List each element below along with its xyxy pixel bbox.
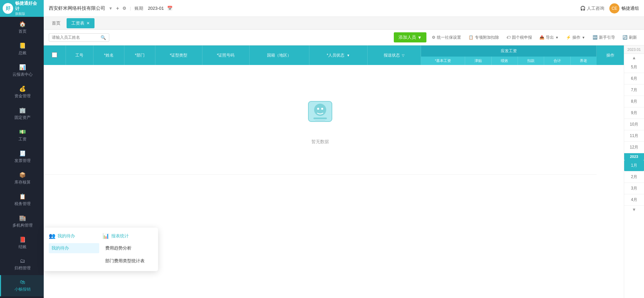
- sidebar-label-home: 首页: [18, 29, 27, 34]
- closing-icon: 📕: [19, 236, 26, 243]
- toolbar-right: 添加人员 ▼ ⚙ 统一社保设置 📋 专项附加扣除 🏷 固个税申报 📤 导出 ▼: [394, 32, 639, 42]
- tab-close-icon[interactable]: ✕: [86, 21, 90, 26]
- empty-state-cell: 暂无数据: [44, 65, 597, 175]
- consult-btn[interactable]: 🎧 人工咨询: [580, 5, 604, 11]
- sidebar-item-inventory[interactable]: 📦 库存核算: [0, 168, 44, 189]
- guide-btn[interactable]: 🆕 新手引导: [591, 33, 617, 42]
- header-right: 🎧 人工咨询 CE 畅捷通组: [580, 3, 639, 13]
- sidebar-item-closing[interactable]: 📕 结账: [0, 232, 44, 254]
- sidebar-item-tax[interactable]: 📋 税务管理: [0, 189, 44, 211]
- person-status-filter-icon[interactable]: ▼: [347, 54, 350, 57]
- company-name: 西安虾米网络科技有限公司: [49, 5, 105, 11]
- svg-rect-4: [313, 118, 327, 119]
- th-id-type: *证型类型: [155, 45, 202, 65]
- timeline-month-10[interactable]: 10月: [624, 119, 644, 130]
- sidebar-item-assets[interactable]: 🏢 固定资产: [0, 103, 44, 125]
- th-deduction: 扣款: [518, 57, 544, 65]
- social-security-label: 统一社保设置: [437, 35, 461, 40]
- submenu-item-dept-expense[interactable]: 部门费用类型统计表: [103, 256, 153, 266]
- timeline-month-2023-2[interactable]: 2月: [624, 171, 644, 183]
- export-btn[interactable]: 📤 导出 ▼: [537, 33, 561, 42]
- timeline-month-6[interactable]: 6月: [624, 73, 644, 85]
- svg-rect-5: [315, 121, 325, 122]
- th-name: *姓名: [93, 45, 124, 65]
- sidebar-nav: 🏠 首页 📒 总账 📊 云报表中心 💰 资金管理 🏢 固定资产 💵 工资 🧾 发…: [0, 17, 44, 298]
- search-box: 🔍: [49, 33, 109, 42]
- operation-dropdown-icon: ▼: [582, 36, 585, 39]
- page-header: 西安虾米网络科技有限公司 ▼ + ⚙ | 账期 2023-01 📅 🎧 人工咨询…: [44, 0, 644, 17]
- sidebar-item-settings[interactable]: ⚙️ 基础设置: [0, 296, 44, 298]
- finance-icon: 💰: [19, 86, 26, 92]
- timeline-nav-down[interactable]: ▼: [624, 206, 644, 213]
- submenu-item-expense-trend[interactable]: 费用趋势分析: [103, 243, 153, 253]
- tab-payroll[interactable]: 工资表 ✕: [67, 18, 94, 28]
- sidebar-item-expense[interactable]: 🛍 小畅报销: [0, 275, 44, 296]
- submenu-col-todo: 👥 我的待办 我的待办: [49, 233, 99, 266]
- sidebar-item-invoice[interactable]: 🧾 发票管理: [0, 146, 44, 168]
- th-total: 合计: [544, 57, 570, 65]
- calendar-icon[interactable]: 📅: [167, 6, 173, 11]
- special-deduction-btn[interactable]: 📋 专项附加扣除: [466, 33, 501, 42]
- social-security-icon: ⚙: [432, 35, 435, 40]
- sidebar-item-cloud-reports[interactable]: 📊 云报表中心: [0, 60, 44, 81]
- th-dept: *部门: [124, 45, 155, 65]
- settings-gear-icon[interactable]: ⚙: [122, 6, 126, 11]
- empty-state-icon: [303, 95, 337, 134]
- timeline-year-2023: 2023: [624, 153, 644, 160]
- reports-section-icon: 📊: [103, 233, 109, 239]
- timeline-nav-up[interactable]: ▲: [624, 54, 644, 62]
- sidebar-item-archive[interactable]: 🗂 归档管理: [0, 254, 44, 275]
- multi-branch-icon: 🏬: [19, 215, 26, 221]
- social-security-btn[interactable]: ⚙ 统一社保设置: [430, 33, 463, 42]
- sidebar-label-assets: 固定资产: [14, 115, 31, 121]
- user-area: CE 畅捷通组: [609, 3, 639, 13]
- consult-label: 人工咨询: [587, 5, 604, 11]
- special-deduction-label: 专项附加扣除: [475, 35, 499, 40]
- search-input[interactable]: [52, 35, 99, 40]
- sidebar-item-ledger[interactable]: 📒 总账: [0, 38, 44, 60]
- submenu-col-reports: 📊 报表统计 费用趋势分析 部门费用类型统计表: [103, 233, 153, 266]
- sidebar-item-finance[interactable]: 💰 资金管理: [0, 81, 44, 103]
- timeline-month-5[interactable]: 5月: [624, 62, 644, 73]
- tax-icon: 📋: [19, 193, 26, 200]
- add-person-button[interactable]: 添加人员 ▼: [394, 32, 426, 42]
- sidebar-item-home[interactable]: 🏠 首页: [0, 17, 44, 38]
- ledger-icon: 📒: [19, 42, 26, 49]
- timeline-month-2023-1[interactable]: 1月: [624, 160, 644, 171]
- timeline-month-11[interactable]: 11月: [624, 130, 644, 142]
- tab-bar: 首页 工资表 ✕: [44, 17, 644, 30]
- report-status-filter-icon[interactable]: ▽: [402, 54, 405, 57]
- empty-row: 暂无数据: [44, 65, 624, 175]
- timeline-month-8[interactable]: 8月: [624, 96, 644, 107]
- export-label: 导出: [546, 35, 554, 40]
- tax-report-btn[interactable]: 🏷 固个税申报: [504, 33, 534, 42]
- add-company-btn[interactable]: +: [116, 5, 119, 11]
- timeline-month-9[interactable]: 9月: [624, 107, 644, 119]
- sidebar-label-tax: 税务管理: [14, 201, 31, 207]
- sidebar-item-payroll[interactable]: 💵 工资: [0, 125, 44, 146]
- search-icon[interactable]: 🔍: [101, 35, 106, 40]
- sidebar-label-multi-branch: 多机构管理: [12, 223, 33, 228]
- th-person-status: *人员状态 ▼: [309, 45, 368, 65]
- sidebar-item-multi-branch[interactable]: 🏬 多机构管理: [0, 211, 44, 232]
- guide-icon: 🆕: [593, 35, 598, 40]
- timeline-month-7[interactable]: 7月: [624, 85, 644, 96]
- timeline-month-2023-4[interactable]: 4月: [624, 194, 644, 206]
- payroll-icon: 💵: [19, 129, 26, 135]
- add-person-dropdown-icon: ▼: [417, 35, 422, 40]
- export-icon: 📤: [539, 35, 544, 40]
- submenu-item-my-todo[interactable]: 我的待办: [49, 243, 99, 253]
- empty-text: 暂无数据: [311, 139, 329, 145]
- tab-payroll-label: 工资表: [71, 20, 84, 26]
- select-all-checkbox[interactable]: [52, 52, 57, 58]
- refresh-btn[interactable]: 🔄 刷新: [620, 33, 639, 42]
- invoice-icon: 🧾: [19, 150, 26, 157]
- company-dropdown-arrow[interactable]: ▼: [109, 6, 113, 11]
- logo-icon: 好: [3, 3, 13, 14]
- assets-icon: 🏢: [19, 107, 26, 113]
- timeline-month-2023-3[interactable]: 3月: [624, 183, 644, 194]
- timeline-month-12[interactable]: 12月: [624, 142, 644, 153]
- operation-btn[interactable]: ⚡ 操作 ▼: [564, 33, 587, 42]
- tab-home[interactable]: 首页: [47, 18, 65, 28]
- timeline-header: 2023.01: [624, 45, 644, 54]
